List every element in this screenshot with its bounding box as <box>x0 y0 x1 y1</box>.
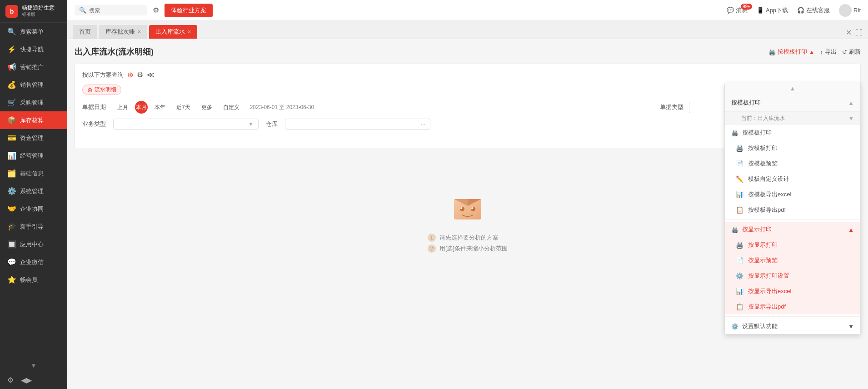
page-title: 出入库流水(流水明细) <box>75 46 154 57</box>
template-customize-item[interactable]: ✏️ 模板自定义设计 <box>725 171 860 187</box>
display-print-icon: 🖨️ <box>731 226 738 233</box>
template-print-item[interactable]: 🖨️ 按模板打印 <box>725 140 860 156</box>
logo-icon: b <box>5 5 18 18</box>
display-print-settings-item[interactable]: ⚙️ 按显示打印设置 <box>725 268 860 284</box>
tab-batch[interactable]: 库存批次账 × <box>99 25 147 39</box>
date-opt-7days[interactable]: 近7天 <box>172 102 195 113</box>
scroll-up-icon[interactable]: ▲ <box>790 85 796 92</box>
tab-home[interactable]: 首页 <box>73 25 97 39</box>
date-opt-custom[interactable]: 自定义 <box>219 102 244 113</box>
sidebar-scroll-down[interactable]: ▼ <box>0 360 67 371</box>
refresh-btn[interactable]: ↺ 刷新 <box>842 48 861 56</box>
tab-flow-close[interactable]: × <box>188 29 191 35</box>
display-pdf-di-icon: 📋 <box>736 303 743 310</box>
add-filter-icon[interactable]: ⊕ <box>127 70 133 79</box>
settings-filter-icon[interactable]: ⚙ <box>137 70 143 79</box>
sidebar-item-search[interactable]: 🔍 搜索菜单 <box>0 23 67 40</box>
template-preview-label: 按模板预览 <box>748 160 778 168</box>
flash-icon: ⚡ <box>7 45 16 54</box>
sidebar-item-purchase[interactable]: 🛒 采购管理 <box>0 94 67 111</box>
set-default-section-header[interactable]: ⚙️ 设置默认功能 ▼ <box>725 319 860 334</box>
online-service-item[interactable]: 🎧 在线客服 <box>797 6 830 15</box>
sidebar-item-member[interactable]: ⭐ 畅会员 <box>0 271 67 289</box>
display-print-label: 按显示打印 <box>748 241 778 249</box>
date-opt-this-year[interactable]: 本年 <box>150 102 170 113</box>
settings-bottom-icon[interactable]: ⚙ <box>7 376 14 384</box>
sidebar-item-marketing[interactable]: 📢 营销推广 <box>0 58 67 76</box>
empty-illustration <box>445 181 490 226</box>
warehouse-select[interactable]: ··· <box>285 119 430 130</box>
date-label: 单据日期 <box>82 103 106 111</box>
sidebar-item-guide[interactable]: 🎓 新手引导 <box>0 218 67 235</box>
tab-close-window-btn[interactable]: ✕ <box>846 28 852 37</box>
pdf-di-icon: 📋 <box>736 206 743 214</box>
sidebar-item-label: 营销推广 <box>20 63 44 71</box>
sidebar-item-wechat[interactable]: 💬 企业微信 <box>0 253 67 271</box>
sidebar-item-finance[interactable]: 💳 资金管理 <box>0 129 67 147</box>
message-item[interactable]: 💬 消息 99+ <box>727 6 748 15</box>
empty-hint-2: 2 用[选]条件来缩小分析范围 <box>428 244 508 253</box>
current-indicator: 当前：出入库流水 ▼ <box>725 112 860 125</box>
template-export-excel-item[interactable]: 📊 按模板导出excel <box>725 187 860 202</box>
dropdown-collapse-icon[interactable]: ▲ <box>848 100 854 106</box>
app-download-item[interactable]: 📱 App下载 <box>757 6 788 15</box>
tab-home-label: 首页 <box>79 28 91 36</box>
tab-batch-close[interactable]: × <box>138 29 141 35</box>
user-name: Rit <box>853 7 861 14</box>
display-export-excel-label: 按显示导出excel <box>748 287 791 295</box>
user-avatar-item[interactable]: Rit <box>839 4 861 17</box>
sidebar-item-sales[interactable]: 💰 销售管理 <box>0 76 67 94</box>
filter-header: 按以下方案查询 ⊕ ⚙ ≪ <box>82 70 853 79</box>
date-opt-this-month[interactable]: 本月 <box>135 101 148 114</box>
template-print-icon: 🖨️ <box>731 130 738 136</box>
display-preview-item[interactable]: 📄 按显示预览 <box>725 253 860 268</box>
warehouse-label: 仓库 <box>266 120 278 128</box>
sidebar-item-collab[interactable]: 🤝 企业协同 <box>0 200 67 218</box>
svg-point-6 <box>471 207 473 209</box>
tab-maximize-btn[interactable]: ⛶ <box>855 29 863 37</box>
sidebar-item-basic[interactable]: 🗂️ 基础信息 <box>0 165 67 182</box>
sidebar-item-label: 系统管理 <box>20 187 44 195</box>
tabbar-controls: ✕ ⛶ <box>846 28 863 39</box>
sidebar-item-system[interactable]: ⚙️ 系统管理 <box>0 182 67 200</box>
current-arrow-icon: ▼ <box>848 115 854 122</box>
collapse-icon[interactable]: ◀▶ <box>21 376 32 384</box>
display-print-item[interactable]: 🖨️ 按显示打印 <box>725 237 860 253</box>
collab-icon: 🤝 <box>7 204 16 213</box>
display-export-excel-item[interactable]: 📊 按显示导出excel <box>725 284 860 299</box>
date-opt-last-month[interactable]: 上月 <box>113 102 132 113</box>
sidebar-item-inventory[interactable]: 📦 库存核算 <box>0 111 67 129</box>
print-template-btn[interactable]: 🖨️ 按模板打印 ▲ <box>768 48 815 56</box>
set-default-arrow: ▼ <box>848 323 854 330</box>
dropdown-divider <box>725 219 860 220</box>
display-print-section-header[interactable]: 🖨️ 按显示打印 ▲ <box>725 222 860 237</box>
sidebar-item-label: 经营管理 <box>20 152 44 160</box>
sidebar-item-operations[interactable]: 📊 经营管理 <box>0 147 67 165</box>
page-actions: 🖨️ 按模板打印 ▲ ↑ 导出 ↺ 刷新 <box>768 48 861 56</box>
gear-icon[interactable]: ⚙ <box>153 6 159 15</box>
trial-button[interactable]: 体验行业方案 <box>165 4 213 17</box>
date-opt-more[interactable]: 更多 <box>197 102 216 113</box>
sidebar-item-apps[interactable]: 🔲 应用中心 <box>0 235 67 253</box>
template-print-section-label: 按模板打印 <box>742 129 854 137</box>
print-icon: 🖨️ <box>768 49 776 55</box>
sidebar-item-label: 应用中心 <box>20 240 44 249</box>
chevron-up-icon: ▲ <box>809 49 815 55</box>
template-print-section-header[interactable]: 🖨️ 按模板打印 <box>725 125 860 140</box>
topbar-search-box[interactable]: 🔍 <box>75 5 147 15</box>
template-export-pdf-item[interactable]: 📋 按模板导出pdf <box>725 202 860 218</box>
display-preview-label: 按显示预览 <box>748 256 778 264</box>
search-input[interactable] <box>89 7 135 14</box>
display-export-pdf-item[interactable]: 📋 按显示导出pdf <box>725 299 860 314</box>
tag-icon: ⊕ <box>87 86 93 94</box>
template-preview-item[interactable]: 📄 按模板预览 <box>725 156 860 171</box>
set-default-label: 设置默认功能 <box>742 322 848 330</box>
collapse-filter-icon[interactable]: ≪ <box>147 70 155 79</box>
guide-icon: 🎓 <box>7 222 16 231</box>
biz-type-select[interactable]: ▼ <box>113 119 259 130</box>
tab-flow[interactable]: 出入库流水 × <box>149 25 197 39</box>
empty-hints: 1 请先选择要分析的方案 2 用[选]条件来缩小分析范围 <box>428 234 508 255</box>
sidebar-item-shortcut[interactable]: ⚡ 快捷导航 <box>0 40 67 58</box>
export-btn[interactable]: ↑ 导出 <box>820 48 837 56</box>
filter-tag-item[interactable]: ⊕ 流水明细 <box>82 85 121 95</box>
